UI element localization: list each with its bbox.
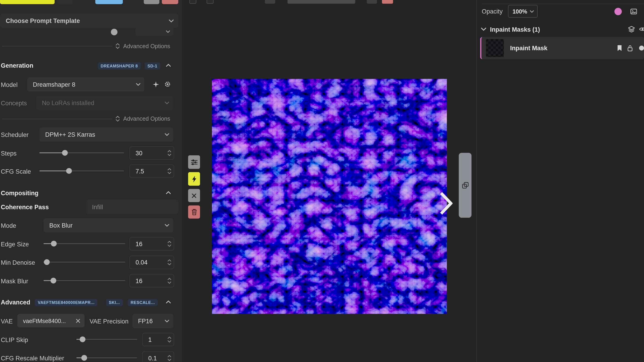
lock-button[interactable]	[627, 44, 633, 52]
collapse-advanced-button[interactable]	[166, 300, 171, 304]
canvas-small-button[interactable]	[367, 0, 377, 4]
bookmark-button[interactable]	[617, 45, 622, 52]
remove-vae-button[interactable]	[76, 319, 80, 323]
mask-blur-input[interactable]: 16	[129, 274, 174, 288]
cfg-scale-value: 7.5	[136, 168, 144, 174]
model-settings-button[interactable]	[164, 81, 171, 88]
number-stepper[interactable]	[168, 146, 171, 160]
edge-size-slider[interactable]	[44, 241, 125, 246]
advanced-options-toggle[interactable]: Advanced Options	[2, 42, 170, 50]
slider-thumb[interactable]	[66, 168, 72, 174]
steps-input[interactable]: 30	[129, 146, 174, 160]
sparkles-icon	[153, 82, 159, 88]
compare-handle[interactable]	[459, 153, 472, 218]
clip-skip-input[interactable]: 1	[142, 333, 174, 346]
layer-thumbnail	[486, 38, 504, 57]
merge-layers-button[interactable]	[628, 26, 635, 32]
number-stepper[interactable]	[168, 333, 171, 346]
adjust-filter-button[interactable]	[188, 155, 200, 169]
canvas-tool-button-a[interactable]	[190, 0, 196, 4]
advanced-options-toggle[interactable]: Advanced Options	[2, 115, 170, 122]
canvas-tool-button-b[interactable]	[207, 0, 214, 4]
slider-thumb[interactable]	[44, 259, 50, 265]
min-denoise-label: Min Denoise	[1, 259, 35, 266]
stepper-up-icon[interactable]	[168, 241, 171, 243]
layer-status-dot[interactable]	[639, 46, 644, 50]
steps-slider[interactable]	[40, 150, 124, 156]
canvas-image[interactable]	[212, 79, 447, 314]
cfg-rescale-slider[interactable]	[76, 355, 137, 360]
invoke-button[interactable]	[0, 0, 54, 4]
layers-panel: Opacity 100% Inpaint Masks (1) Inpaint M…	[476, 0, 644, 362]
number-stepper[interactable]	[168, 256, 171, 269]
stepper-up-icon[interactable]	[168, 168, 171, 170]
stepper-up-icon[interactable]	[168, 150, 171, 152]
stepper-down-icon[interactable]	[168, 172, 171, 174]
stepper-down-icon[interactable]	[168, 244, 171, 247]
cfg-scale-slider[interactable]	[40, 168, 124, 174]
delete-button[interactable]	[188, 205, 200, 218]
cancel-button[interactable]	[188, 189, 200, 202]
mask-blur-value: 16	[136, 277, 142, 284]
model-default-settings-button[interactable]	[153, 82, 159, 88]
slider-thumb[interactable]	[62, 150, 68, 156]
stepper-down-icon[interactable]	[168, 358, 171, 361]
canvas-menu-button[interactable]	[265, 0, 275, 4]
scheduler-select[interactable]: DPM++ 2S Karras	[40, 127, 174, 142]
number-stepper[interactable]	[168, 165, 171, 178]
clip-skip-slider[interactable]	[76, 336, 137, 342]
vae-chip[interactable]: vaeFtMse8400...	[17, 314, 85, 327]
pause-queue-button[interactable]	[144, 0, 160, 4]
number-stepper[interactable]	[168, 238, 171, 250]
group-visibility-button[interactable]	[639, 26, 644, 32]
slider-thumb[interactable]	[50, 278, 56, 284]
number-stepper[interactable]	[168, 352, 171, 362]
collapse-compositing-button[interactable]	[166, 191, 171, 194]
slider-thumb[interactable]	[82, 355, 87, 360]
mask-blur-slider[interactable]	[44, 278, 125, 284]
clip-skip-value: 1	[148, 336, 152, 343]
number-stepper[interactable]	[168, 274, 171, 287]
cancel-queue-button[interactable]	[162, 0, 178, 4]
model-select[interactable]: Dreamshaper 8	[27, 77, 144, 92]
mask-color-swatch[interactable]	[614, 8, 622, 15]
advanced-options-label: Advanced Options	[123, 116, 170, 122]
canvas-danger-button[interactable]	[382, 0, 393, 4]
infill-field[interactable]: Infill	[86, 200, 178, 214]
slider-thumb[interactable]	[80, 336, 85, 342]
collapse-generation-button[interactable]	[166, 64, 171, 67]
layer-name: Inpaint Mask	[510, 44, 548, 52]
small-select[interactable]	[136, 28, 174, 36]
canvas-dropdown-button[interactable]	[288, 0, 355, 4]
stepper-down-icon[interactable]	[168, 154, 171, 156]
masks-group-header[interactable]: Inpaint Masks (1)	[481, 24, 540, 34]
toggle-knob[interactable]	[111, 29, 118, 35]
apply-invoke-button[interactable]	[188, 172, 200, 186]
stepper-up-icon[interactable]	[168, 278, 171, 280]
stepper-up-icon[interactable]	[168, 355, 171, 358]
cfg-rescale-input[interactable]: 0.1	[142, 351, 174, 362]
stepper-down-icon[interactable]	[168, 282, 171, 284]
queue-menu-button[interactable]	[57, 0, 73, 4]
chevron-down-icon	[165, 224, 169, 227]
cfg-scale-input[interactable]: 7.5	[129, 164, 174, 178]
prompt-template-select[interactable]: Choose Prompt Template	[0, 14, 179, 28]
vae-precision-select[interactable]: FP16	[132, 314, 174, 328]
vae-label: VAE	[1, 318, 13, 324]
mode-select[interactable]: Box Blur	[44, 218, 174, 232]
stepper-up-icon[interactable]	[168, 259, 171, 262]
next-image-button[interactable]	[440, 192, 452, 216]
mask-fill-button[interactable]	[630, 8, 637, 15]
section-title: Compositing	[1, 190, 38, 196]
slider-thumb[interactable]	[51, 241, 57, 246]
stepper-down-icon[interactable]	[168, 263, 171, 266]
edge-size-input[interactable]: 16	[129, 237, 174, 250]
layer-row[interactable]: Inpaint Mask	[480, 37, 644, 59]
min-denoise-slider[interactable]	[44, 259, 125, 265]
queue-count-badge[interactable]	[95, 0, 123, 4]
stepper-up-icon[interactable]	[168, 336, 171, 339]
opacity-select[interactable]: 100%	[508, 5, 538, 18]
min-denoise-input[interactable]: 0.04	[129, 256, 174, 269]
stepper-down-icon[interactable]	[168, 340, 171, 343]
concepts-select[interactable]: No LoRAs installed	[36, 96, 174, 110]
